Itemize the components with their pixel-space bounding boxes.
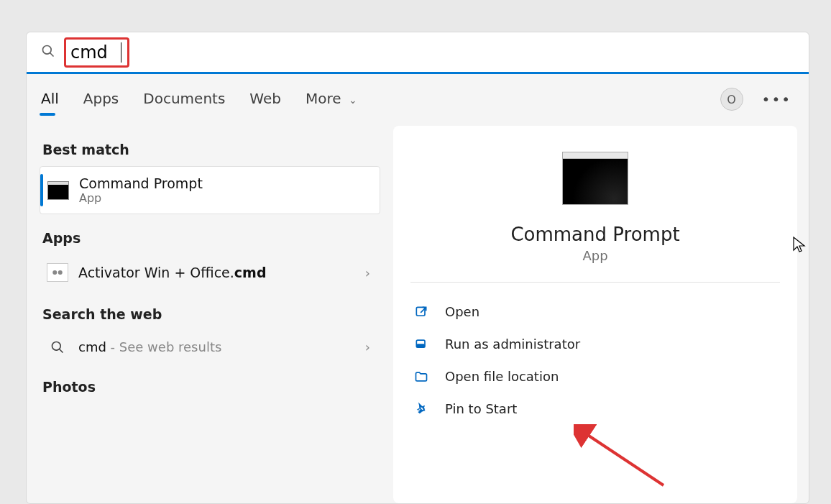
svg-line-5 bbox=[60, 349, 63, 352]
pin-icon bbox=[413, 402, 429, 416]
action-label: Open file location bbox=[445, 369, 559, 384]
result-subtitle: App bbox=[79, 191, 372, 205]
results-column: Best match Command Prompt App Apps Activ… bbox=[27, 126, 393, 503]
tab-more-label: More bbox=[306, 90, 341, 107]
result-activator[interactable]: Activator Win + Office.cmd › bbox=[40, 255, 380, 290]
tab-apps[interactable]: Apps bbox=[82, 80, 121, 119]
tab-all[interactable]: All bbox=[40, 80, 60, 119]
start-search-panel: cmd All Apps Documents Web More ⌄ O ••• … bbox=[26, 32, 809, 504]
svg-line-1 bbox=[50, 52, 54, 56]
cmd-icon bbox=[47, 181, 69, 200]
divider bbox=[410, 282, 780, 283]
gear-icon bbox=[47, 263, 68, 282]
tab-more[interactable]: More ⌄ bbox=[304, 80, 359, 119]
svg-point-0 bbox=[43, 45, 52, 54]
result-label-prefix: Activator Win + Office. bbox=[78, 265, 234, 280]
chevron-down-icon: ⌄ bbox=[349, 94, 357, 106]
section-best-match: Best match bbox=[42, 142, 380, 157]
section-apps: Apps bbox=[42, 230, 380, 246]
text-caret bbox=[121, 42, 121, 63]
result-title: Activator Win + Office.cmd bbox=[78, 265, 267, 280]
detail-title: Command Prompt bbox=[510, 224, 679, 245]
action-open[interactable]: Open bbox=[408, 295, 783, 328]
section-search-web: Search the web bbox=[42, 306, 380, 322]
result-web-search[interactable]: cmd - See web results › bbox=[40, 331, 380, 363]
action-pin-start[interactable]: Pin to Start bbox=[408, 393, 783, 425]
search-icon bbox=[47, 340, 68, 354]
action-label: Open bbox=[445, 304, 479, 319]
svg-rect-8 bbox=[416, 344, 425, 347]
chevron-right-icon: › bbox=[365, 339, 373, 354]
tab-web[interactable]: Web bbox=[248, 80, 283, 119]
result-label-match: cmd bbox=[234, 265, 267, 280]
search-icon bbox=[41, 44, 55, 61]
tab-documents[interactable]: Documents bbox=[142, 80, 226, 119]
more-options-icon[interactable]: ••• bbox=[758, 86, 796, 112]
user-avatar[interactable]: O bbox=[720, 88, 743, 111]
search-input[interactable]: cmd bbox=[70, 42, 121, 63]
svg-point-3 bbox=[58, 270, 63, 275]
svg-point-4 bbox=[52, 342, 61, 350]
detail-pane: Command Prompt App Open Run as administr… bbox=[393, 126, 797, 503]
open-icon bbox=[413, 305, 429, 319]
detail-subtitle: App bbox=[582, 248, 607, 263]
cmd-hero-icon bbox=[562, 152, 628, 205]
web-query: cmd bbox=[78, 339, 106, 354]
svg-point-2 bbox=[52, 270, 57, 275]
filter-tabs-row: All Apps Documents Web More ⌄ O ••• bbox=[27, 74, 809, 124]
search-input-highlight: cmd bbox=[64, 37, 129, 68]
action-run-admin[interactable]: Run as administrator bbox=[408, 328, 783, 360]
search-bar: cmd bbox=[27, 32, 809, 74]
chevron-right-icon: › bbox=[365, 265, 373, 280]
shield-icon bbox=[413, 337, 429, 352]
action-label: Run as administrator bbox=[445, 336, 580, 352]
folder-icon bbox=[413, 370, 429, 384]
result-title: Command Prompt bbox=[79, 175, 372, 191]
result-command-prompt[interactable]: Command Prompt App bbox=[40, 166, 380, 214]
section-photos: Photos bbox=[42, 379, 380, 395]
web-rest: - See web results bbox=[106, 339, 221, 354]
action-label: Pin to Start bbox=[445, 401, 517, 416]
action-open-location[interactable]: Open file location bbox=[408, 360, 783, 393]
svg-rect-6 bbox=[416, 307, 425, 316]
